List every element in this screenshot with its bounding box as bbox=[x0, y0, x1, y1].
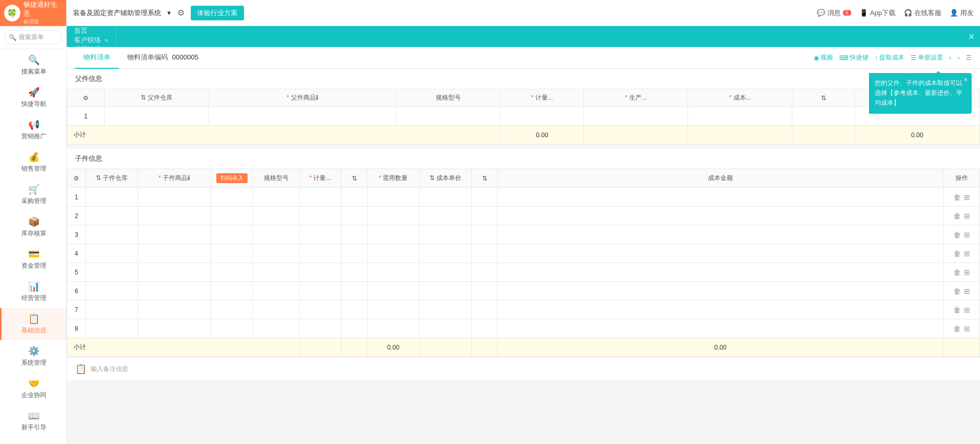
child-row-7-delete-btn[interactable]: 🗑 bbox=[953, 306, 961, 314]
child-row-8-cost-price[interactable] bbox=[420, 319, 472, 338]
child-row-6-warehouse[interactable] bbox=[86, 282, 138, 301]
extract-cost-action[interactable]: ↑ 提取成本 bbox=[875, 53, 904, 62]
child-row-2-cost-price[interactable] bbox=[420, 207, 472, 225]
child-row-2-warehouse[interactable] bbox=[86, 207, 138, 225]
child-row-3-cost-price[interactable] bbox=[420, 225, 472, 244]
child-row-7-needed[interactable] bbox=[368, 301, 420, 319]
child-row-3-unit[interactable] bbox=[300, 225, 341, 244]
view-action[interactable]: ◉ 视频 bbox=[814, 53, 833, 62]
child-row-8-product[interactable] bbox=[138, 319, 211, 338]
parent-row-1-unit[interactable] bbox=[500, 107, 584, 126]
child-row-1-delete-btn[interactable]: 🗑 bbox=[953, 193, 961, 201]
child-row-1-copy-btn[interactable]: ⊞ bbox=[964, 193, 970, 201]
sidebar-item-basic-info[interactable]: 📋基础信息 bbox=[0, 308, 66, 340]
child-row-3-product[interactable] bbox=[138, 225, 211, 244]
message-btn[interactable]: 💬 消息 6 bbox=[817, 8, 851, 18]
child-row-5-delete-btn[interactable]: 🗑 bbox=[953, 268, 961, 277]
sidebar-item-system[interactable]: ⚙️系统管理 bbox=[0, 340, 66, 373]
child-row-1-warehouse[interactable] bbox=[86, 188, 138, 207]
child-row-7-product[interactable] bbox=[138, 301, 211, 319]
child-row-4-spec[interactable] bbox=[253, 244, 300, 263]
child-row-1-product[interactable] bbox=[138, 188, 211, 207]
online-service-btn[interactable]: 🎧 在线客服 bbox=[904, 8, 941, 18]
app-download-btn[interactable]: 📱 App下载 bbox=[860, 8, 896, 18]
search-menu-button[interactable]: 🔍 搜索菜单 bbox=[4, 30, 62, 44]
sidebar-item-marketing[interactable]: 📢营销推广 bbox=[0, 114, 66, 146]
child-row-8-needed[interactable] bbox=[368, 319, 420, 338]
trial-button[interactable]: 体验行业方案 bbox=[191, 6, 244, 20]
child-row-5-copy-btn[interactable]: ⊞ bbox=[964, 268, 970, 277]
child-row-8-unit[interactable] bbox=[300, 319, 341, 338]
tab-bom-code[interactable]: 物料清单编码 0000005 bbox=[119, 47, 207, 69]
nav-prev-btn[interactable]: ‹ bbox=[949, 54, 951, 62]
single-setup-action[interactable]: ☰ 单据设置 bbox=[911, 53, 943, 62]
parent-row-1-cost[interactable] bbox=[688, 107, 792, 126]
child-row-3-needed[interactable] bbox=[368, 225, 420, 244]
child-row-4-delete-btn[interactable]: 🗑 bbox=[953, 249, 961, 258]
child-row-4-warehouse[interactable] bbox=[86, 244, 138, 263]
child-row-4-product[interactable] bbox=[138, 244, 211, 263]
sidebar-item-guide[interactable]: 📖新手引导 bbox=[0, 405, 66, 437]
child-row-7-warehouse[interactable] bbox=[86, 301, 138, 319]
child-row-5-spec[interactable] bbox=[253, 263, 300, 282]
close-all-tabs-btn[interactable]: ✕ bbox=[963, 26, 980, 47]
child-row-2-unit[interactable] bbox=[300, 207, 341, 225]
child-row-4-copy-btn[interactable]: ⊞ bbox=[964, 249, 970, 258]
child-row-1-cost-price[interactable] bbox=[420, 188, 472, 207]
sidebar-item-sales[interactable]: 💰销售管理 bbox=[0, 146, 66, 178]
child-row-5-needed[interactable] bbox=[368, 263, 420, 282]
child-row-2-product[interactable] bbox=[138, 207, 211, 225]
child-row-2-spec[interactable] bbox=[253, 207, 300, 225]
child-row-8-copy-btn[interactable]: ⊞ bbox=[964, 325, 970, 333]
child-row-3-delete-btn[interactable]: 🗑 bbox=[953, 231, 961, 239]
child-row-5-product[interactable] bbox=[138, 263, 211, 282]
child-row-7-spec[interactable] bbox=[253, 301, 300, 319]
tab-bom-list[interactable]: 物料清单 bbox=[75, 47, 119, 69]
sidebar-item-quick-nav[interactable]: 🚀快捷导航 bbox=[0, 81, 66, 114]
child-row-2-delete-btn[interactable]: 🗑 bbox=[953, 212, 961, 220]
child-row-3-spec[interactable] bbox=[253, 225, 300, 244]
nav-next-btn[interactable]: › bbox=[958, 54, 960, 62]
child-row-6-spec[interactable] bbox=[253, 282, 300, 301]
sidebar-item-finance[interactable]: 💳资金管理 bbox=[0, 243, 66, 275]
child-row-3-copy-btn[interactable]: ⊞ bbox=[964, 231, 970, 239]
parent-row-1-production[interactable] bbox=[584, 107, 688, 126]
tab-customer-close[interactable]: ✕ bbox=[104, 38, 108, 43]
tooltip-close-btn[interactable]: × bbox=[964, 75, 967, 85]
child-row-6-copy-btn[interactable]: ⊞ bbox=[964, 287, 970, 295]
child-row-7-copy-btn[interactable]: ⊞ bbox=[964, 306, 970, 314]
child-row-6-needed[interactable] bbox=[368, 282, 420, 301]
child-row-7-cost-price[interactable] bbox=[420, 301, 472, 319]
view-mode-btn[interactable]: ☰ bbox=[966, 54, 972, 62]
sidebar-item-operations[interactable]: 📊经营管理 bbox=[0, 275, 66, 308]
child-row-6-unit[interactable] bbox=[300, 282, 341, 301]
user-profile-btn[interactable]: 👤 用友 bbox=[950, 8, 974, 18]
child-row-6-cost-price[interactable] bbox=[420, 282, 472, 301]
parent-row-1-product[interactable] bbox=[209, 107, 396, 126]
child-row-1-spec[interactable] bbox=[253, 188, 300, 207]
child-row-3-warehouse[interactable] bbox=[86, 225, 138, 244]
child-row-8-warehouse[interactable] bbox=[86, 319, 138, 338]
child-row-8-spec[interactable] bbox=[253, 319, 300, 338]
child-row-2-copy-btn[interactable]: ⊞ bbox=[964, 212, 970, 220]
child-row-1-unit[interactable] bbox=[300, 188, 341, 207]
tab-customer[interactable]: 客户联络✕ bbox=[67, 35, 116, 45]
shortcut-action[interactable]: ⌨ 快捷键 bbox=[839, 53, 868, 62]
child-row-5-unit[interactable] bbox=[300, 263, 341, 282]
settings-gear-icon[interactable]: ⚙ bbox=[177, 8, 185, 18]
sidebar-item-enterprise[interactable]: 🤝企业协同 bbox=[0, 373, 66, 405]
child-row-6-product[interactable] bbox=[138, 282, 211, 301]
child-row-5-warehouse[interactable] bbox=[86, 263, 138, 282]
parent-row-1-warehouse[interactable] bbox=[104, 107, 209, 126]
child-row-4-needed[interactable] bbox=[368, 244, 420, 263]
parent-col-gear[interactable]: ⚙ bbox=[67, 89, 105, 107]
sidebar-item-purchase[interactable]: 🛒采购管理 bbox=[0, 178, 66, 211]
child-row-2-needed[interactable] bbox=[368, 207, 420, 225]
child-row-8-delete-btn[interactable]: 🗑 bbox=[953, 325, 961, 333]
scan-input-btn[interactable]: 扫码录入 bbox=[216, 173, 248, 183]
system-title-dropdown[interactable]: ▾ bbox=[167, 9, 171, 17]
child-row-7-unit[interactable] bbox=[300, 301, 341, 319]
child-row-5-cost-price[interactable] bbox=[420, 263, 472, 282]
child-row-4-cost-price[interactable] bbox=[420, 244, 472, 263]
child-row-4-unit[interactable] bbox=[300, 244, 341, 263]
